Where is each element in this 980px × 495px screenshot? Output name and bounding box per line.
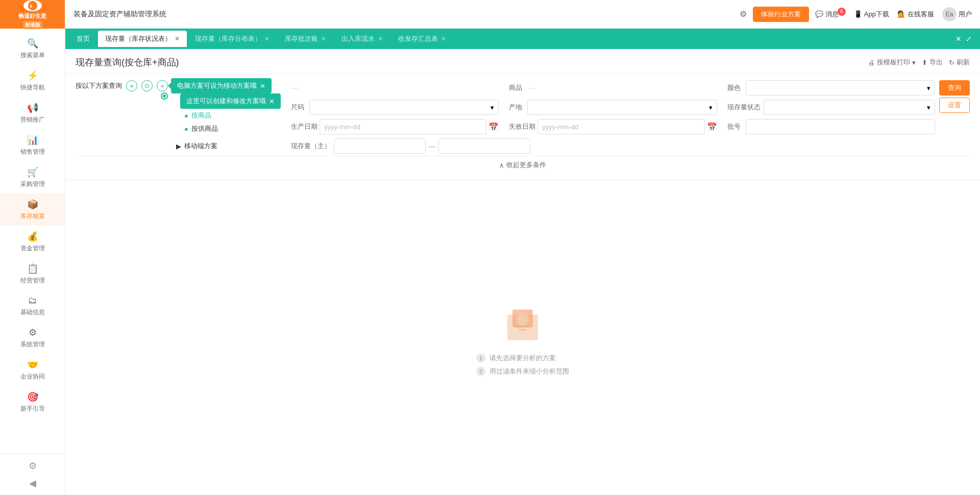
reset-button[interactable]: 设置 [939,98,970,113]
sidebar-item-marketing[interactable]: 📢 营销推广 [0,97,65,129]
stock-status-select[interactable]: ▾ [764,100,935,115]
size-label: 尺码 [291,103,306,112]
sidebar-item-inventory[interactable]: 📦 库存核算 [0,194,65,226]
color-select[interactable]: ▾ [746,80,935,96]
sidebar-item-label: 销售管理 [20,148,45,156]
expire-date-calendar-icon[interactable]: 📅 [707,122,717,132]
sidebar-bottom: ⚙ ◀ [0,454,65,495]
tip-num-2: 2 [476,367,485,376]
tab-close-icon[interactable]: ✕ [378,35,383,42]
print-icon: 🖨 [868,59,875,66]
sidebar-item-purchase[interactable]: 🛒 采购管理 [0,161,65,194]
message-badge: 6 [838,8,846,16]
mobile-scheme-arrow: ▶ [176,143,181,150]
scheme-by-supplier[interactable]: ● 按供商品 [184,122,281,135]
product-dots[interactable]: ··· [527,83,535,93]
sidebar-item-label: 采购管理 [20,180,45,188]
sidebar-item-operation[interactable]: 📋 经营管理 [0,258,65,290]
sidebar-item-label: 企业协同 [20,372,45,381]
filter-item-stock-status: 现存量状态 ▾ [727,100,935,115]
tooltip1-close[interactable]: ✕ [260,82,265,90]
tooltip1-wrapper: « 电脑方案可设为移动方案哦 ✕ [157,80,168,91]
expire-date-start[interactable]: yyyy-mm-dd [537,119,704,134]
tooltip2-close[interactable]: ✕ [269,98,275,105]
enterprise-icon: 🤝 [27,359,38,370]
collapse-icon[interactable]: ◀ [29,478,36,489]
tab-close-icon[interactable]: ✕ [175,35,180,42]
sidebar-item-system[interactable]: ⚙ 系统管理 [0,322,65,354]
scheme-sub-items: ● 按商品 ● 按供商品 [184,109,281,135]
stock-qty-end[interactable] [438,138,530,154]
tip-text-1: 请先选择要分析的方案 [489,353,556,363]
tab-close-icon[interactable]: ✕ [441,35,446,42]
query-button[interactable]: 查询 [939,80,970,96]
tab-inventory-batch-label: 库存批次账 [285,34,318,43]
dot-indicator [162,93,167,99]
tab-inventory-batch[interactable]: 库存批次账 ✕ [278,31,333,47]
refresh-icon: ↻ [949,59,954,66]
sidebar-item-search[interactable]: 🔍 搜索菜单 [0,33,65,65]
mobile-scheme-item[interactable]: ▶ 移动端方案 [176,139,281,153]
topbar: 装备及固定资产辅助管理系统 ⚙ 体验行业方案 💬 消息 6 📱 App下载 💁 … [65,0,980,29]
origin-select[interactable]: ▾ [527,100,717,115]
user-btn[interactable]: Ea 用户 [942,7,972,21]
app-download-btn[interactable]: 📱 App下载 [854,10,889,19]
tab-home[interactable]: 首页 [69,31,97,47]
filter-add-button[interactable]: + [126,80,137,91]
sidebar-item-basic[interactable]: 🗂 基础信息 [0,290,65,322]
svg-text:6: 6 [30,3,32,8]
tab-inventory-dist[interactable]: 现存量（库存分布表） ✕ [188,31,277,47]
collapse-label: 收起更多条件 [506,160,546,170]
system-title: 装备及固定资产辅助管理系统 [74,10,733,19]
batch-input[interactable] [746,119,935,134]
tab-close-icon[interactable]: ✕ [321,35,326,42]
experience-btn[interactable]: 体验行业方案 [753,7,809,22]
sidebar-item-finance[interactable]: 💰 资金管理 [0,226,65,258]
empty-illustration [497,299,548,345]
tab-inventory-status[interactable]: 现存量（库存状况表） ✕ [98,31,187,47]
scheme-by-product[interactable]: ● 按商品 [184,109,281,122]
sidebar-item-guide[interactable]: 🎯 新手引导 [0,386,65,418]
batch-label: 批号 [727,122,743,131]
sidebar-item-quick[interactable]: ⚡ 快捷导航 [0,65,65,97]
settings-icon[interactable]: ⚙ [29,460,37,472]
filter-copy-button[interactable]: ⊙ [141,80,153,91]
settings-gear-icon[interactable]: ⚙ [740,9,747,19]
refresh-btn[interactable]: ↻ 刷新 [949,58,970,67]
tabbar: 首页 现存量（库存状况表） ✕ 现存量（库存分布表） ✕ 库存批次账 ✕ 出入库… [65,29,980,49]
print-label: 按模板打印 [877,58,910,67]
app-tag: 标准版 [23,21,42,29]
print-btn[interactable]: 🖨 按模板打印 ▾ [868,58,916,67]
tip-text-2: 用过滤条件来缩小分析范围 [489,367,569,376]
warehouse-dots[interactable]: ··· [291,83,299,93]
online-support-btn[interactable]: 💁 在线客服 [897,10,934,19]
tab-receive-summary[interactable]: 收发存汇总表 ✕ [391,31,453,47]
sidebar-item-enterprise[interactable]: 🤝 企业协同 [0,354,65,386]
export-icon: ⬆ [922,59,927,66]
tab-close-icon[interactable]: ✕ [264,35,270,42]
stock-qty-start[interactable] [334,138,426,154]
stock-qty-dash: — [429,143,435,150]
tab-in-out-flow[interactable]: 出入库流水 ✕ [334,31,390,47]
tab-inventory-dist-label: 现存量（库存分布表） [195,34,261,43]
export-btn[interactable]: ⬆ 导出 [922,58,943,67]
sales-icon: 📊 [27,134,38,146]
tip-num-1: 1 [476,353,485,363]
sidebar-item-sales[interactable]: 📊 销售管理 [0,129,65,161]
size-select[interactable]: ▾ [309,100,499,115]
collapse-bar[interactable]: ∧ 收起更多条件 [76,156,970,174]
tab-fullscreen-icon[interactable]: ⤢ [966,35,972,43]
message-btn[interactable]: 💬 消息 6 [815,10,846,19]
filter-arrow-button[interactable]: « [157,80,168,91]
content-inner: 现存量查询(按仓库+商品) 🖨 按模板打印 ▾ ⬆ 导出 ↻ 刷新 [65,49,980,495]
sidebar-item-label: 资金管理 [20,244,45,253]
tooltip1: 电脑方案可设为移动方案哦 ✕ [171,78,272,93]
origin-label: 产地 [509,103,524,112]
app-download-label: App下载 [864,10,889,19]
produce-date-start[interactable]: yyyy-mm-dd [320,119,486,134]
filter-area: 按以下方案查询 + ⊙ « 电脑方案可设为移动方案哦 [65,74,980,180]
tab-close-all-icon[interactable]: ✕ [955,35,962,43]
inventory-icon: 📦 [27,199,38,210]
produce-date-calendar-icon[interactable]: 📅 [488,122,499,132]
expire-date-placeholder: yyyy-mm-dd [542,123,578,131]
